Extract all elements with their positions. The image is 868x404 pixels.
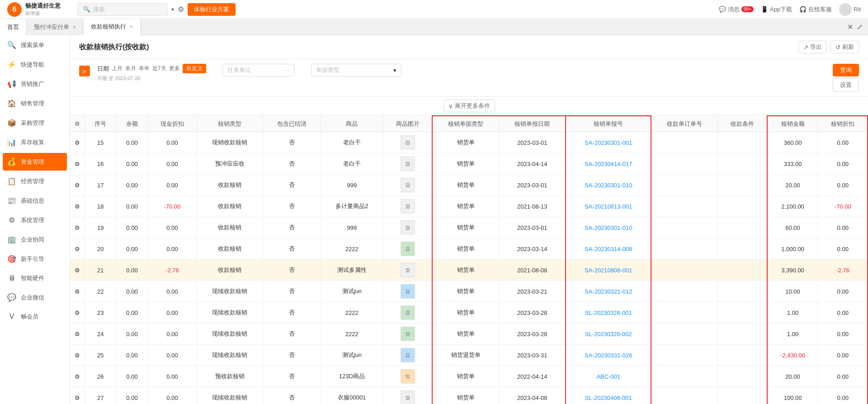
cell-verify-bill-no[interactable]: SA-20230314-008 xyxy=(566,238,651,260)
sidebar-item-inventory[interactable]: 📊 库存核算 xyxy=(0,133,70,152)
cell-settings[interactable]: ⚙ xyxy=(70,196,85,217)
tab-expand-icon[interactable]: ⤢ xyxy=(857,23,863,31)
cell-verify-bill-no[interactable]: ABC-001 xyxy=(566,366,651,387)
tab-close-all-icon[interactable]: ✕ xyxy=(847,23,853,31)
expand-more-button[interactable]: ∨ 展开更多条件 xyxy=(443,100,495,112)
cell-verify-bill-no[interactable]: SL-20230408-001 xyxy=(566,387,651,404)
sidebar-item-system[interactable]: ⚙ 系统管理 xyxy=(0,210,70,230)
cell-seq: 27 xyxy=(85,387,117,404)
table-row: ⚙ 24 0.00 0.00 现续收款核销 否 2222 🖼 销货单 2023-… xyxy=(70,323,868,345)
bill-no-link[interactable]: ABC-001 xyxy=(596,373,620,380)
sidebar-item-sales[interactable]: 🏠 销售管理 xyxy=(0,94,70,113)
cell-seq: 17 xyxy=(85,175,117,196)
cell-verify-bill-no[interactable]: SL-20230328-002 xyxy=(566,323,651,345)
bill-no-link[interactable]: SA-20230301-010 xyxy=(585,224,632,231)
cell-verify-bill-no[interactable]: SA-20230414-017 xyxy=(566,153,651,175)
search-box[interactable]: 🔍 搜索 xyxy=(77,3,168,16)
cell-settings[interactable]: ⚙ xyxy=(70,260,85,281)
cell-verify-bill-no[interactable]: SA-20230301-010 xyxy=(566,175,651,196)
logo-sub: 标准版 xyxy=(25,10,61,16)
goods-img: 🖼 xyxy=(401,284,415,299)
sidebar-item-member[interactable]: V 畅会员 xyxy=(0,307,70,326)
app-download-btn[interactable]: 📱 App下载 xyxy=(761,5,792,14)
cell-settings[interactable]: ⚙ xyxy=(70,281,85,302)
bill-no-link[interactable]: SA-20210813-001 xyxy=(585,203,632,210)
row-settings-icon: ⚙ xyxy=(75,246,80,252)
date-this-year[interactable]: 本年 xyxy=(139,65,150,72)
settings-icon[interactable]: ⚙ xyxy=(178,5,184,14)
goods-img: 🖼 xyxy=(401,305,415,320)
cell-verify-bill-no[interactable]: SA-20230321-012 xyxy=(566,281,651,302)
cell-settings[interactable]: ⚙ xyxy=(70,217,85,238)
cell-verify-bill-type: 销货单 xyxy=(432,175,499,196)
sidebar-wechat-label: 企业微信 xyxy=(21,294,44,302)
bill-no-link[interactable]: SA-20210808-001 xyxy=(585,267,632,274)
cell-settings[interactable]: ⚙ xyxy=(70,175,85,196)
page-header: 收款核销执行(按收款) ↗ 导出 ↺ 刷新 xyxy=(70,35,868,59)
sidebar-item-search[interactable]: 🔍 搜索菜单 xyxy=(0,35,70,55)
tab-receipt[interactable]: 收款核销执行 × xyxy=(84,19,141,35)
cell-settings[interactable]: ⚙ xyxy=(70,387,85,404)
filter-settings-button[interactable]: 设置 xyxy=(833,78,859,92)
header-dropdown[interactable]: ▾ xyxy=(171,6,174,13)
date-this-month[interactable]: 本月 xyxy=(125,65,136,72)
service-btn[interactable]: 🎧 在线客服 xyxy=(799,5,832,14)
row-settings-icon: ⚙ xyxy=(75,161,80,167)
tab-receipt-close[interactable]: × xyxy=(130,24,133,30)
tab-prepay[interactable]: 预付冲应付单 × xyxy=(27,19,84,35)
date-7days[interactable]: 近7天 xyxy=(152,65,166,72)
cell-settings[interactable]: ⚙ xyxy=(70,153,85,175)
bill-no-link[interactable]: SA-20230314-008 xyxy=(585,246,632,252)
tab-home[interactable]: 首页 xyxy=(0,19,27,35)
sidebar-item-wechat[interactable]: 💬 企业微信 xyxy=(0,288,70,307)
date-last-month[interactable]: 上月 xyxy=(112,65,123,72)
sidebar-item-nav[interactable]: ⚡ 快捷导航 xyxy=(0,55,70,74)
date-custom-button[interactable]: 自定义 xyxy=(183,64,206,73)
cell-settings[interactable]: ⚙ xyxy=(70,238,85,260)
date-more[interactable]: 更多 xyxy=(169,65,180,72)
bill-no-link[interactable]: SL-20230408-001 xyxy=(585,394,632,401)
bill-no-link[interactable]: SA-20230414-017 xyxy=(585,161,632,167)
user-info[interactable]: Rit xyxy=(839,3,861,16)
cell-verify-bill-no[interactable]: SA-20230331-026 xyxy=(566,345,651,366)
sidebar-item-hardware[interactable]: 🖥 智能硬件 xyxy=(0,269,70,288)
cell-settings[interactable]: ⚙ xyxy=(70,366,85,387)
cell-verify-bill-no[interactable]: SA-20210808-001 xyxy=(566,260,651,281)
bill-no-link[interactable]: SA-20230331-026 xyxy=(585,352,632,359)
cell-verify-bill-no[interactable]: SA-20230301-001 xyxy=(566,132,651,153)
cell-verify-bill-no[interactable]: SA-20210813-001 xyxy=(566,196,651,217)
cell-receipt-condition xyxy=(718,260,767,281)
bill-no-link[interactable]: SL-20230328-002 xyxy=(585,331,632,337)
page-title: 收款核销执行(按收款) xyxy=(79,43,149,57)
cell-verify-bill-no[interactable]: SL-20230328-001 xyxy=(566,302,651,323)
cell-settings[interactable]: ⚙ xyxy=(70,132,85,153)
bill-no-link[interactable]: SA-20230301-010 xyxy=(585,182,632,189)
sidebar-item-guide[interactable]: 🎯 新手引导 xyxy=(0,249,70,269)
bill-type-select[interactable]: 单据类型 ▾ xyxy=(311,64,401,76)
from-unit-input[interactable]: 往来单位 ··· xyxy=(222,64,295,76)
industry-btn[interactable]: 体验行业方案 xyxy=(188,3,236,16)
sidebar-item-enterprise[interactable]: 🏢 企业协同 xyxy=(0,230,70,249)
query-button[interactable]: 查询 xyxy=(833,64,859,76)
filter-expand-button[interactable]: » xyxy=(79,66,90,76)
sidebar-item-basic[interactable]: 📰 基础信息 xyxy=(0,191,70,210)
export-button[interactable]: ↗ 导出 xyxy=(798,41,827,53)
sidebar-item-marketing[interactable]: 📢 营销推广 xyxy=(0,74,70,94)
cell-settings[interactable]: ⚙ xyxy=(70,345,85,366)
tab-prepay-close[interactable]: × xyxy=(73,24,76,30)
cell-settings[interactable]: ⚙ xyxy=(70,302,85,323)
col-settings[interactable]: ⚙ xyxy=(70,116,85,132)
sidebar-item-finance[interactable]: 💰 资金管理 xyxy=(3,153,67,171)
cell-verify-bill-no[interactable]: SA-20230301-010 xyxy=(566,217,651,238)
cell-settings[interactable]: ⚙ xyxy=(70,323,85,345)
sidebar-item-operation[interactable]: 📋 经营管理 xyxy=(0,171,70,191)
bill-no-link[interactable]: SA-20230301-001 xyxy=(585,139,632,146)
bill-no-link[interactable]: SA-20230321-012 xyxy=(585,288,632,295)
refresh-button[interactable]: ↺ 刷新 xyxy=(830,41,859,53)
sidebar-item-purchase[interactable]: 📦 采购管理 xyxy=(0,113,70,133)
col-goods: 商品 xyxy=(321,116,383,132)
operation-icon: 📋 xyxy=(7,177,16,185)
message-btn[interactable]: 💬 消息 99+ xyxy=(719,5,754,14)
bill-no-link[interactable]: SL-20230328-001 xyxy=(585,309,632,316)
hardware-icon: 🖥 xyxy=(7,274,16,282)
